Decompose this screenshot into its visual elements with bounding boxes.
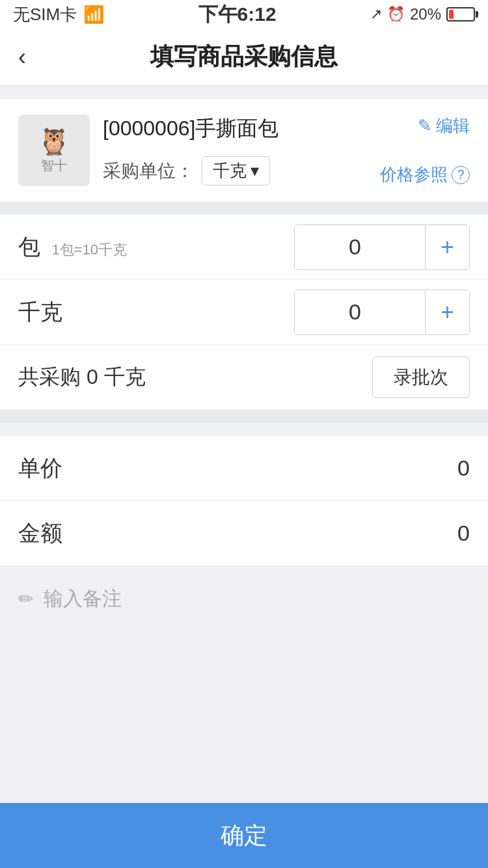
kg-input-wrap: + — [294, 290, 470, 335]
time-display: 下午6:12 — [198, 1, 277, 28]
confirm-button[interactable]: 确定 — [0, 803, 488, 868]
unit-price-label: 单价 — [18, 454, 457, 483]
package-sublabel: 1包=10千克 — [51, 241, 127, 258]
package-label: 包 1包=10千克 — [18, 232, 294, 262]
battery-percent: 20% — [410, 5, 441, 23]
amount-value: 0 — [457, 521, 470, 546]
record-batch-button[interactable]: 录批次 — [372, 357, 470, 398]
kg-plus-button[interactable]: + — [425, 290, 469, 334]
back-button[interactable]: ‹ — [18, 44, 26, 71]
package-input-wrap: + — [294, 224, 470, 270]
status-left: 无SIM卡 📶 — [13, 3, 104, 26]
status-bar: 无SIM卡 📶 下午6:12 ↗ ⏰ 20% — [0, 0, 488, 29]
kg-row: 千克 + — [0, 280, 488, 345]
price-ref-label: 价格参照 — [380, 163, 448, 186]
dropdown-icon: ▾ — [251, 161, 259, 181]
section-divider-2 — [0, 410, 488, 423]
wifi-icon: 📶 — [83, 5, 104, 25]
note-placeholder: 输入备注 — [44, 586, 122, 612]
price-ref-button[interactable]: 价格参照 ? — [380, 163, 470, 186]
amount-label: 金额 — [18, 519, 457, 549]
owl-icon: 🦉 — [38, 126, 70, 157]
brand-text: 智十 — [41, 157, 67, 174]
location-icon: ↗ — [370, 6, 382, 23]
summary-row: 共采购 0 千克 录批次 — [0, 345, 488, 410]
unit-price-row: 单价 0 — [0, 436, 488, 501]
page-title: 填写商品采购信息 — [150, 41, 338, 73]
help-icon: ? — [452, 166, 470, 184]
section-divider-1 — [0, 202, 488, 215]
edit-button[interactable]: ✎ 编辑 — [418, 115, 470, 137]
product-card: 🦉 智十 [0000006]手撕面包 采购单位： 千克 ▾ ✎ 编辑 价格参照 … — [0, 99, 488, 202]
note-area[interactable]: ✏ 输入备注 — [0, 566, 488, 631]
pencil-icon: ✏ — [18, 588, 33, 610]
nav-bar: ‹ 填写商品采购信息 — [0, 29, 488, 86]
amount-row: 金额 0 — [0, 501, 488, 566]
content-spacer — [0, 631, 488, 813]
product-image: 🦉 智十 — [18, 115, 90, 186]
edit-icon: ✎ — [418, 116, 432, 136]
package-plus-button[interactable]: + — [425, 225, 469, 269]
input-section: 包 1包=10千克 + 千克 + — [0, 215, 488, 345]
summary-text: 共采购 0 千克 — [18, 363, 372, 392]
unit-price-value: 0 — [457, 455, 470, 481]
unit-value: 千克 — [213, 159, 247, 182]
battery-icon — [446, 7, 475, 21]
status-right: ↗ ⏰ 20% — [370, 5, 475, 23]
unit-label: 采购单位： — [103, 159, 194, 183]
alarm-icon: ⏰ — [387, 6, 405, 23]
product-name: [0000006]手撕面包 — [103, 115, 470, 143]
kg-label: 千克 — [18, 297, 294, 327]
unit-selector[interactable]: 千克 ▾ — [202, 156, 270, 185]
package-row: 包 1包=10千克 + — [0, 215, 488, 280]
edit-label: 编辑 — [436, 115, 470, 137]
carrier-label: 无SIM卡 — [13, 3, 77, 26]
details-section: 单价 0 金额 0 — [0, 436, 488, 566]
package-input[interactable] — [295, 225, 425, 269]
kg-input[interactable] — [295, 290, 425, 334]
